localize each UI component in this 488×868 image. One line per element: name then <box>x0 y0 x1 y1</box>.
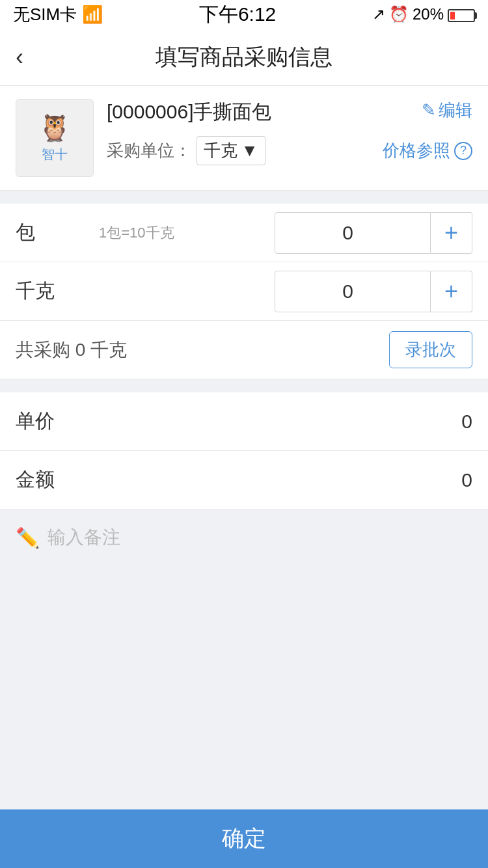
remark-placeholder: 输入备注 <box>47 525 120 550</box>
edit-icon: ✎ <box>422 100 436 120</box>
unit-price-row: 单价 0 <box>0 392 488 451</box>
package-input-wrap: + <box>174 212 472 254</box>
quantity-section: 包 1包=10千克 + 千克 + <box>0 204 488 321</box>
info-icon: ? <box>454 142 472 160</box>
remark-section[interactable]: ✏️ 输入备注 <box>0 509 488 565</box>
product-unit-row: 采购单位： 千克 ▼ 价格参照 ? <box>107 136 472 165</box>
battery-percent: 20% <box>413 5 444 23</box>
kg-input-wrap: + <box>94 271 472 312</box>
amount-label: 金额 <box>16 467 55 493</box>
confirm-button[interactable]: 确定 <box>0 809 488 868</box>
time-label: 下午6:12 <box>199 1 276 28</box>
kg-plus-button[interactable]: + <box>431 271 472 312</box>
record-batch-button[interactable]: 录批次 <box>389 331 472 368</box>
bottom-area <box>0 565 488 761</box>
package-label: 包 <box>16 219 94 246</box>
package-sub-label: 1包=10千克 <box>99 223 174 243</box>
back-button[interactable]: ‹ <box>16 44 23 71</box>
unit-price-label: 单价 <box>16 408 55 435</box>
amount-value: 0 <box>461 469 472 491</box>
kg-stepper: + <box>275 271 472 312</box>
product-info: [0000006]手撕面包 ✎ 编辑 采购单位： 千克 ▼ 价格参照 ? <box>107 99 472 165</box>
pencil-icon: ✏️ <box>16 526 40 549</box>
amount-row: 金额 0 <box>0 451 488 509</box>
status-bar: 无SIM卡 📶 下午6:12 ↗ ⏰ 20% <box>0 0 488 29</box>
unit-section: 采购单位： 千克 ▼ <box>107 136 265 165</box>
product-name: [0000006]手撕面包 <box>107 99 271 126</box>
package-input[interactable] <box>275 212 431 254</box>
dropdown-arrow-icon: ▼ <box>241 141 258 161</box>
unit-price-value: 0 <box>461 411 472 433</box>
unit-label: 采购单位： <box>107 141 191 160</box>
nav-bar: ‹ 填写商品采购信息 <box>0 29 488 86</box>
summary-row: 共采购 0 千克 录批次 <box>0 321 488 379</box>
summary-text: 共采购 0 千克 <box>16 338 127 362</box>
status-left: 无SIM卡 📶 <box>13 3 103 26</box>
product-name-row: [0000006]手撕面包 ✎ 编辑 <box>107 99 472 126</box>
section-divider-2 <box>0 379 488 392</box>
package-input-row: 包 1包=10千克 + <box>0 204 488 262</box>
package-plus-button[interactable]: + <box>431 212 472 254</box>
kg-input-row: 千克 + <box>0 262 488 321</box>
price-ref-button[interactable]: 价格参照 ? <box>383 139 472 162</box>
section-divider-1 <box>0 191 488 204</box>
wifi-icon: 📶 <box>82 5 103 25</box>
edit-button[interactable]: ✎ 编辑 <box>422 99 472 122</box>
page-title: 填写商品采购信息 <box>156 42 332 72</box>
product-image: 🦉 智十 <box>16 99 94 177</box>
carrier-label: 无SIM卡 <box>13 3 77 26</box>
kg-input[interactable] <box>275 271 431 312</box>
package-stepper: + <box>275 212 472 254</box>
kg-label: 千克 <box>16 278 94 305</box>
status-right: ↗ ⏰ 20% <box>372 5 475 23</box>
alarm-icon: ⏰ <box>389 5 409 23</box>
product-logo-text: 智十 <box>42 146 68 163</box>
product-card: 🦉 智十 [0000006]手撕面包 ✎ 编辑 采购单位： 千克 ▼ 价格参照 <box>0 86 488 191</box>
location-icon: ↗ <box>372 5 385 23</box>
unit-select[interactable]: 千克 ▼ <box>197 136 265 165</box>
product-logo-icon: 🦉 <box>38 113 71 143</box>
battery-indicator <box>448 5 475 23</box>
price-section: 单价 0 金额 0 <box>0 392 488 509</box>
